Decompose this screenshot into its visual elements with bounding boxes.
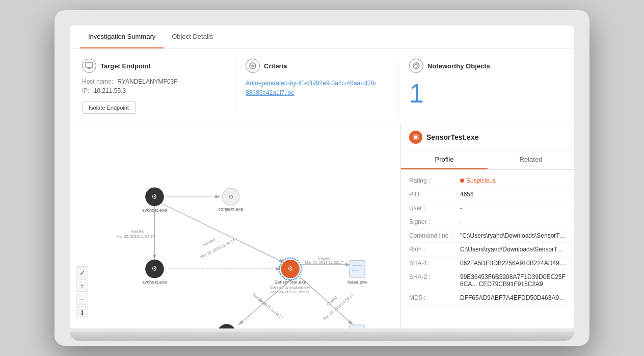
svg-text:lsass.exe: lsass.exe (347, 279, 367, 285)
rating-row: Rating : Suspicious (401, 174, 574, 188)
svg-text:⚙: ⚙ (228, 193, 234, 200)
pid-value: 4656 (460, 191, 566, 198)
svg-line-14 (161, 203, 284, 262)
svg-rect-45 (350, 261, 365, 277)
laptop-frame: Investigation Summary Object Details (55, 10, 589, 346)
criteria-icon (246, 59, 260, 73)
zoom-out-button[interactable]: − (76, 293, 88, 305)
md5-row: MD5 : DFF65AD9ABF7A4EFDD50D463A943005... (401, 291, 574, 305)
criteria-title: Criteria (264, 62, 287, 70)
criteria-header: Criteria (246, 59, 388, 73)
summary-bar: Target Endpoint Host name: RYANDELANYMF0… (70, 48, 574, 124)
graph-controls: ⤢ + − ℹ (76, 266, 88, 318)
main-content: Injected Mar 20, 2019 11:54:14 Injected … (70, 124, 574, 328)
noteworthy-header: Noteworthy Objects (409, 59, 552, 73)
noteworthy-section: Noteworthy Objects 1 (409, 59, 562, 114)
ip-row: IP: 10.211.55.3 (82, 87, 225, 94)
suspicious-indicator (460, 179, 464, 183)
detail-header: SensorTest.exe (401, 124, 574, 150)
svg-point-50 (218, 324, 236, 328)
svg-text:Copied: Copied (326, 295, 338, 307)
svg-text:Mar 20, 2019 11:53:17: Mar 20, 2019 11:53:17 (271, 290, 309, 294)
tab-investigation-summary[interactable]: Investigation Summary (80, 26, 164, 48)
zoom-in-button[interactable]: + (76, 279, 88, 292)
tab-object-details[interactable]: Object Details (164, 26, 221, 48)
monitor-icon (82, 59, 96, 73)
target-endpoint-section: Target Endpoint Host name: RYANDELANYMF0… (82, 59, 235, 114)
criteria-link[interactable]: Auto-generated-by-IE-cff992e9-3a8c-48aa-… (246, 80, 377, 96)
sensor-icon (409, 131, 422, 144)
expand-button[interactable]: ⤢ (76, 266, 88, 278)
signer-row: Signer : - (401, 215, 574, 229)
svg-text:Injected: Injected (131, 229, 144, 234)
hostname-row: Host name: RYANDELANYMF03F (82, 78, 225, 85)
user-value: - (460, 205, 566, 212)
graph-area[interactable]: Injected Mar 20, 2019 11:54:14 Injected … (70, 124, 401, 328)
tab-bar: Investigation Summary Object Details (70, 26, 574, 48)
info-button[interactable]: ℹ (76, 306, 88, 318)
detail-panel: SensorTest.exe Profile Related Rating : … (401, 124, 574, 328)
signer-value: - (460, 218, 566, 225)
target-header: Target Endpoint (82, 59, 225, 73)
sha1-value: 062FA5DFBDB2256A910B224AD49A840... (460, 260, 566, 267)
svg-rect-53 (350, 325, 365, 328)
detail-rows: Rating : Suspicious PID : 4656 User : - (401, 170, 574, 328)
noteworthy-icon (409, 59, 423, 73)
cmdline-row: Command line : "C:\Users\ryand\Downloads… (401, 229, 574, 243)
pid-row: PID : 4656 (401, 188, 574, 201)
laptop-base (70, 332, 574, 341)
sha2-value: 99E36453F6B5208A7F1D39D0EC25F6CA... CED7… (460, 273, 566, 288)
svg-text:Mar 20, 2019 11:54:14: Mar 20, 2019 11:54:14 (200, 238, 236, 259)
screen: Investigation Summary Object Details (70, 26, 574, 328)
sha2-row: SHA-2 : 99E36453F6B5208A7F1D39D0EC25F6CA… (401, 270, 574, 291)
tab-profile[interactable]: Profile (401, 150, 488, 169)
detail-tab-bar: Profile Related (401, 150, 574, 170)
svg-text:consent.exe: consent.exe (219, 207, 244, 212)
cmdline-value: "C:\Users\ryand\Downloads\SensorTest\Se (460, 232, 566, 239)
svg-point-6 (415, 64, 418, 67)
path-row: Path : C:\Users\ryand\Downloads\SensorTe… (401, 243, 574, 257)
svg-point-59 (414, 136, 417, 139)
svg-text:Mar 20, 2019 11:53:17: Mar 20, 2019 11:53:17 (305, 260, 343, 265)
svg-text:Injected: Injected (202, 237, 216, 247)
noteworthy-title: Noteworthy Objects (427, 62, 490, 70)
user-row: User : - (401, 201, 574, 215)
svg-text:SensorTest.exe: SensorTest.exe (274, 279, 306, 285)
md5-value: DFF65AD9ABF7A4EFDD50D463A943005... (460, 294, 566, 301)
tab-related[interactable]: Related (488, 150, 574, 169)
criteria-section: Criteria Auto-generated-by-IE-cff992e9-3… (246, 59, 399, 114)
noteworthy-count: 1 (409, 78, 552, 109)
detail-title: SensorTest.exe (426, 133, 478, 141)
svg-text:⚙: ⚙ (287, 265, 293, 272)
svg-rect-0 (86, 62, 93, 67)
svg-text:⚙: ⚙ (151, 193, 157, 200)
target-title: Target Endpoint (100, 62, 151, 70)
svg-text:svchost.exe: svchost.exe (142, 279, 167, 285)
svg-text:⚙: ⚙ (151, 265, 157, 272)
isolate-endpoint-button[interactable]: Isolate Endpoint (82, 101, 136, 114)
process-graph: Injected Mar 20, 2019 11:54:14 Injected … (70, 124, 400, 328)
svg-text:svchost.exe: svchost.exe (142, 208, 167, 213)
svg-text:Mar 20, 2019 11:53:17: Mar 20, 2019 11:53:17 (252, 292, 284, 320)
rating-value: Suspicious (466, 177, 496, 184)
svg-text:Mar 20, 2019 11:53:17: Mar 20, 2019 11:53:17 (322, 293, 354, 321)
sha1-row: SHA-1 : 062FA5DFBDB2256A910B224AD49A840.… (401, 257, 574, 270)
svg-text:Mar 20, 2019 11:54:30: Mar 20, 2019 11:54:30 (116, 234, 154, 239)
path-value: C:\Users\ryand\Downloads\SensorTest\Se (460, 246, 566, 253)
